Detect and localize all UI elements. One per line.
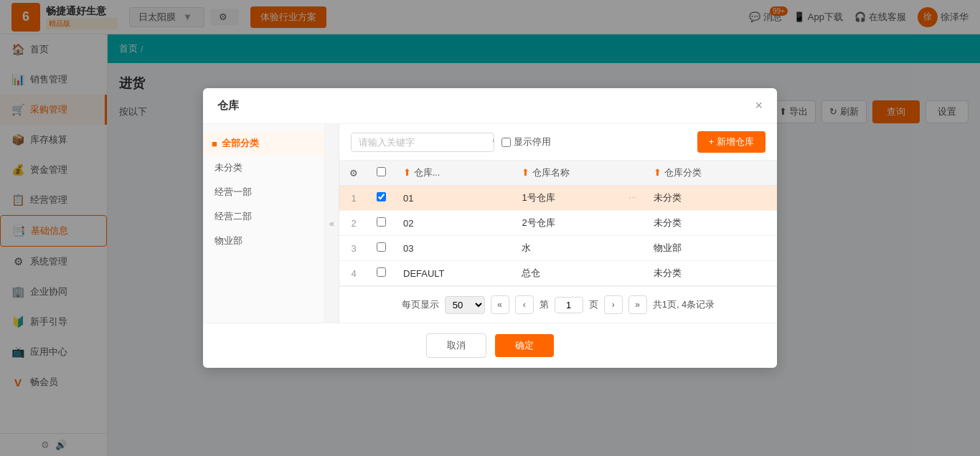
sort-icon: ⬆ [403,167,411,178]
row-checkbox[interactable] [377,267,386,277]
row-code: 02 [395,211,513,236]
category-uncategorized[interactable]: 未分类 [203,156,324,180]
next-page-icon: › [612,300,615,310]
modal-pagination: 每页显示 50 100 « ‹ 第 页 › [339,286,777,323]
cancel-button[interactable]: 取消 [426,333,486,358]
all-categories-item[interactable]: ■ 全部分类 [203,131,324,156]
modal-title: 仓库 [217,99,239,113]
modal-body: ■ 全部分类 未分类 经营一部 经营二部 物业部 « [203,124,777,323]
row-checkbox-cell [368,211,395,236]
row-num: 1 [339,186,368,211]
row-checkbox[interactable] [377,192,386,201]
row-name: 总仓 [513,261,645,286]
search-box: 🔍 [351,133,494,152]
category-sidebar: ■ 全部分类 未分类 经营一部 经营二部 物业部 [203,124,325,323]
row-category: 物业部 [645,236,777,261]
more-actions-icon[interactable]: ··· [628,191,636,202]
col-checkbox [368,161,395,186]
next-page-button[interactable]: › [604,295,623,314]
search-icon[interactable]: 🔍 [486,133,494,151]
row-checkbox-cell [368,186,395,211]
gear-header-icon[interactable]: ⚙ [349,168,358,179]
sort-icon-cat: ⬆ [654,167,661,178]
table-row[interactable]: 2 02 2号仓库 未分类 [339,211,777,236]
row-code: DEFAULT [395,261,513,286]
row-num: 4 [339,261,368,286]
collapse-icon: « [329,219,334,229]
modal-toolbar: 🔍 显示停用 + 新增仓库 [339,124,777,161]
row-category: 未分类 [645,211,777,236]
show-disabled-checkbox[interactable] [501,138,511,147]
prev-page-icon: ‹ [523,300,526,310]
page-input[interactable] [555,297,583,313]
modal-main-area: 🔍 显示停用 + 新增仓库 ⚙ [339,124,777,323]
first-page-button[interactable]: « [491,295,509,314]
col-gear: ⚙ [339,161,368,186]
page-suffix: 页 [589,298,598,311]
row-checkbox-cell [368,236,395,261]
show-disabled-label: 显示停用 [514,136,551,148]
confirm-button[interactable]: 确定 [495,334,554,357]
per-page-select[interactable]: 50 100 [445,296,485,314]
table-row[interactable]: 3 03 水 物业部 [339,236,777,261]
warehouse-table: ⚙ ⬆ 仓库... ⬆ [339,161,777,286]
table-header-row: ⚙ ⬆ 仓库... ⬆ [339,161,777,186]
total-label: 共1页, 4条记录 [653,298,715,311]
row-category: 未分类 [645,261,777,286]
col-code: ⬆ 仓库... [395,161,513,186]
row-code: 03 [395,236,513,261]
row-checkbox-cell [368,261,395,286]
row-checkbox[interactable] [377,217,386,227]
prev-page-button[interactable]: ‹ [515,295,534,314]
col-name: ⬆ 仓库名称 [513,161,645,186]
search-input[interactable] [352,133,486,151]
all-categories-label: 全部分类 [222,137,259,150]
grid-icon: ■ [212,138,217,149]
row-code: 01 [395,186,513,211]
add-warehouse-button[interactable]: + 新增仓库 [697,131,765,153]
row-num: 2 [339,211,368,236]
col-category: ⬆ 仓库分类 [645,161,777,186]
row-category: 未分类 [645,186,777,211]
modal-header: 仓库 × [203,88,777,124]
modal-footer: 取消 确定 [203,323,777,368]
row-name: 水 [513,236,645,261]
modal-close-button[interactable]: × [755,98,763,113]
table-row[interactable]: 4 DEFAULT 总仓 未分类 [339,261,777,286]
category-dept2[interactable]: 经营二部 [203,204,324,229]
last-page-button[interactable]: » [628,295,647,314]
category-dept1[interactable]: 经营一部 [203,180,324,204]
category-property[interactable]: 物业部 [203,229,324,253]
table-row[interactable]: 1 01 1号仓库··· 未分类 [339,186,777,211]
sidebar-collapse-button[interactable]: « [325,124,339,323]
last-page-icon: » [635,300,640,310]
page-label: 第 [540,298,549,311]
row-checkbox[interactable] [377,242,386,252]
row-name: 1号仓库··· [513,186,645,211]
warehouse-modal: 仓库 × ■ 全部分类 未分类 经营一部 经营二部 [203,88,777,368]
show-disabled-checkbox-label[interactable]: 显示停用 [501,136,551,148]
row-num: 3 [339,236,368,261]
sort-icon-name: ⬆ [522,167,529,178]
row-name: 2号仓库 [513,211,645,236]
first-page-icon: « [497,300,502,310]
modal-overlay: 仓库 × ■ 全部分类 未分类 经营一部 经营二部 [0,0,980,456]
select-all-checkbox[interactable] [377,167,386,176]
per-page-label: 每页显示 [402,298,439,311]
